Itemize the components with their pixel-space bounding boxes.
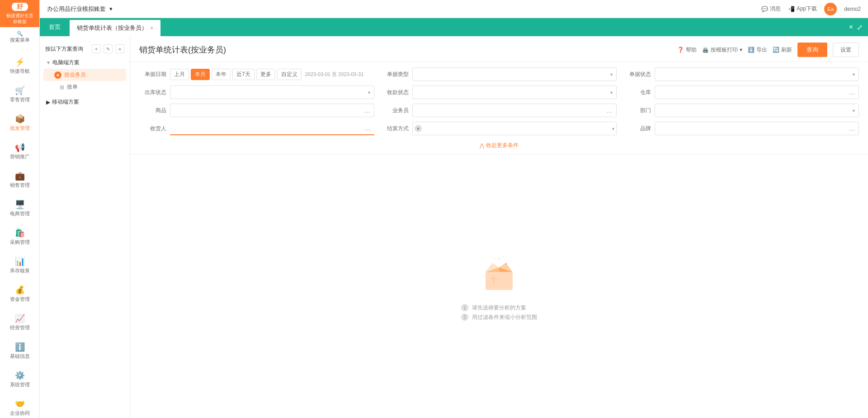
sidebar-item-purchase[interactable]: 🛍️ 采购管理 [0, 223, 39, 251]
sidebar-item-retail[interactable]: 🛒 零售管理 [0, 80, 39, 109]
quicknav-icon: ⚡ [15, 57, 25, 67]
date-prev-month-btn[interactable]: 上月 [170, 69, 189, 80]
receiver-input[interactable]: … [170, 122, 374, 135]
edit-scheme-btn[interactable]: ✎ [104, 44, 113, 53]
window-max-btn[interactable]: ⤢ [857, 23, 863, 32]
refresh-btn[interactable]: 🔄 刷新 [773, 46, 792, 54]
settings-button[interactable]: 设置 [833, 43, 859, 57]
window-close-btn[interactable]: × [849, 23, 853, 31]
collapse-panel-btn[interactable]: « [115, 44, 124, 53]
salesman-input[interactable]: … [412, 104, 617, 117]
sidebar-item-label: 快捷导航 [10, 68, 30, 75]
empty-tip-2-text: 用过滤条件来缩小分析范围 [472, 314, 537, 321]
help-btn[interactable]: ❓ 帮助 [677, 46, 697, 54]
doctype-select[interactable]: ▾ [412, 67, 617, 81]
appdownload-icon: 📲 [788, 6, 795, 12]
empty-tips: 1 请先选择要分析的方案 2 用过滤条件来缩小分析范围 [461, 304, 537, 321]
date-more-btn[interactable]: 更多 [256, 69, 275, 80]
empty-tip-1: 1 请先选择要分析的方案 [461, 304, 537, 312]
filter-row-1: 单据日期 上月 本月 本年 近7天 更多 自定义 2023-03-01 至 20… [139, 67, 859, 81]
query-button[interactable]: 查询 [797, 43, 827, 57]
logo: 好 畅捷通好生意 标账版 [0, 0, 39, 27]
sidebar-item-sales[interactable]: 💼 销售管理 [0, 166, 39, 194]
sidebar-item-label: 经营管理 [10, 324, 30, 331]
warehouse-input[interactable]: … [655, 86, 859, 99]
app-download-label: App下载 [797, 5, 817, 13]
search-icon: 🔍 [17, 31, 23, 37]
salesman-scheme-icon: ● [54, 71, 61, 79]
order-scheme-label: 按单 [67, 83, 78, 91]
desktop-scheme-title[interactable]: ▼ 电脑端方案 [43, 57, 126, 68]
date-cur-month-btn[interactable]: 本月 [191, 69, 210, 80]
paystate-select[interactable]: ▾ [412, 86, 617, 99]
mobile-section-label: 移动端方案 [52, 98, 79, 106]
brand-ctrl: … [655, 122, 859, 135]
docstate-ctrl: ▾ [655, 67, 859, 81]
page-title: 销货单统计表(按业务员) [139, 44, 226, 55]
system-icon: ⚙️ [15, 370, 25, 380]
user-avatar[interactable]: Ea [824, 3, 837, 15]
goods-input[interactable]: … [170, 104, 374, 117]
goods-ctrl: … [170, 104, 374, 117]
main-area: 办公用品行业模拟账套 ▾ 💬 消息 📲 App下载 Ea demo2 [40, 0, 868, 418]
add-scheme-btn[interactable]: + [92, 44, 101, 53]
export-btn[interactable]: ⬇️ 导出 [748, 46, 767, 54]
sidebar-item-label: 系统管理 [10, 381, 30, 388]
date-7days-btn[interactable]: 近7天 [232, 69, 255, 80]
sidebar-item-finance[interactable]: 💰 资金管理 [0, 280, 39, 308]
sidebar-item-wholesale[interactable]: 📦 批发管理 [0, 109, 39, 137]
left-panel: 按以下方案查询 + ✎ « ▼ 电脑端方案 ● 按业务员 [40, 36, 130, 418]
breadcrumb-arrow: ▾ [109, 5, 113, 12]
sidebar-item-system[interactable]: ⚙️ 系统管理 [0, 365, 39, 394]
sidebar-item-label: 采购管理 [10, 239, 30, 246]
sidebar-item-ecommerce[interactable]: 🖥️ 电商管理 [0, 194, 39, 223]
date-custom-btn[interactable]: 自定义 [277, 69, 302, 80]
svg-point-11 [503, 256, 505, 257]
sidebar-item-business[interactable]: 📈 经营管理 [0, 308, 39, 337]
paystate-arrow: ▾ [610, 90, 613, 95]
template-print-btn[interactable]: 🖨️ 按模板打印 ▾ [702, 46, 742, 54]
filter-docstate-col: 单据状态 ▾ [624, 67, 859, 81]
app-download-btn[interactable]: 📲 App下载 [788, 5, 817, 13]
sidebar-item-search[interactable]: 🔍 搜索菜单 [0, 27, 39, 48]
sidebar-item-marketing[interactable]: 📢 营销推广 [0, 137, 39, 166]
dept-select[interactable]: ▾ [655, 104, 859, 117]
sidebar-item-cooperation[interactable]: 🤝 企业协同 [0, 394, 39, 418]
tab-close-btn[interactable]: × [150, 25, 153, 31]
settle-clear[interactable]: × [415, 125, 422, 132]
mobile-arrow: ▶ [46, 99, 50, 105]
empty-state: ✦ ✦ ✦ 1 请先选择要分析的方案 [130, 154, 868, 418]
mobile-scheme-title[interactable]: ▶ 移动端方案 [43, 96, 126, 108]
doctype-ctrl: ▾ [412, 67, 617, 81]
paystate-label: 收款状态 [382, 89, 409, 96]
outstate-select[interactable]: ▾ [170, 86, 374, 99]
filter-dept-col: 部门 ▾ [624, 104, 859, 117]
desktop-scheme-section: ▼ 电脑端方案 ● 按业务员 ⊞ 按单 [40, 57, 130, 93]
svg-text:✦: ✦ [505, 262, 508, 266]
tab-home[interactable]: 首页 [40, 18, 70, 36]
settle-input[interactable]: × ▾ [412, 122, 617, 135]
settle-ctrl: × ▾ [412, 122, 617, 135]
collapse-up-icon: ⋀ [480, 142, 484, 149]
desktop-arrow: ▼ [46, 60, 51, 65]
brand-input[interactable]: … [655, 122, 859, 135]
tab-active[interactable]: 销货单统计表（按业务员） × [70, 20, 160, 36]
date-cur-year-btn[interactable]: 本年 [212, 69, 231, 80]
sidebar-item-label: 零售管理 [10, 96, 30, 103]
filter-salesman-col: 业务员 … [382, 104, 617, 117]
sidebar-item-quicknav[interactable]: ⚡ 快捷导航 [0, 52, 39, 80]
scheme-item-order[interactable]: ⊞ 按单 [43, 81, 126, 93]
salesman-scheme-label: 按业务员 [64, 71, 86, 79]
help-label: 帮助 [686, 46, 697, 54]
marketing-icon: 📢 [15, 142, 25, 152]
sidebar-item-basicinfo[interactable]: ℹ️ 基础信息 [0, 337, 39, 365]
docstate-select[interactable]: ▾ [655, 67, 859, 81]
message-icon: 💬 [761, 6, 768, 12]
outstate-arrow: ▾ [368, 90, 370, 95]
sidebar-item-label: 企业协同 [10, 410, 30, 417]
panel-header-label: 按以下方案查询 [45, 45, 83, 53]
sidebar-item-inventory[interactable]: 📊 库存核算 [0, 251, 39, 280]
message-btn[interactable]: 💬 消息 [761, 5, 781, 13]
scheme-item-salesman[interactable]: ● 按业务员 [43, 69, 126, 81]
collapse-filter-btn[interactable]: ⋀ 收起更多条件 [139, 140, 859, 151]
